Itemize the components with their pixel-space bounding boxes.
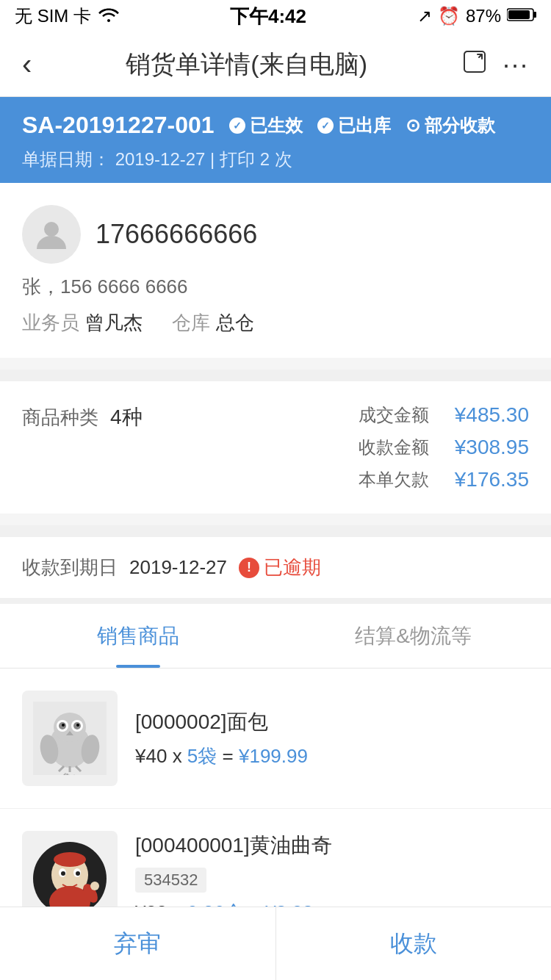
product-image-1: 鲁+: [22, 691, 118, 786]
wifi-icon: [98, 6, 119, 26]
order-date-value: 2019-12-27: [115, 149, 206, 169]
separator-2: [0, 525, 551, 537]
tab-settlement-label: 结算&物流等: [355, 622, 472, 650]
status-right: ↗ ⏰ 87%: [417, 6, 536, 26]
summary-right: 成交金额 ¥485.30 收款金额 ¥308.95 本单欠款 ¥176.35: [359, 403, 529, 491]
abandon-review-label: 弃审: [114, 928, 161, 960]
received-label: 收款金额: [359, 436, 429, 459]
svg-rect-2: [508, 10, 530, 19]
more-icon[interactable]: ···: [503, 49, 529, 80]
date-label: 单据日期：: [22, 149, 110, 169]
product-type-row: 商品种类 4种: [22, 403, 143, 431]
svg-point-4: [44, 222, 59, 237]
collect-payment-label: 收款: [390, 928, 437, 960]
status-badge-active: ✓ 已生效: [229, 114, 303, 137]
avatar: [22, 205, 81, 264]
salesperson-value: 曾凡杰: [85, 310, 143, 336]
svg-point-12: [62, 724, 65, 727]
product-price-1: ¥40 x 5袋 = ¥199.99: [135, 743, 529, 769]
summary-left: 商品种类 4种: [22, 403, 143, 431]
warehouse-item: 仓库 总仓: [172, 310, 254, 336]
status-bar: 无 SIM 卡 下午4:42 ↗ ⏰ 87%: [0, 0, 551, 32]
alarm-icon: ⏰: [438, 6, 460, 26]
received-row: 收款金额 ¥308.95: [359, 436, 529, 459]
warehouse-value: 总仓: [216, 310, 254, 336]
amount-value: ¥485.30: [441, 403, 529, 427]
price-qty-1: 5袋: [187, 745, 217, 767]
location-icon: ↗: [417, 6, 432, 26]
collect-payment-button[interactable]: 收款: [276, 907, 552, 980]
nav-title: 销货单详情(来自电脑): [126, 48, 367, 82]
nav-bar: ‹ 销货单详情(来自电脑) ···: [0, 32, 551, 97]
customer-section: 17666666666 张，156 6666 6666 业务员 曾凡杰 仓库 总…: [0, 183, 551, 358]
status-time: 下午4:42: [230, 4, 306, 29]
battery-icon: [507, 6, 536, 26]
order-date-row: 单据日期： 2019-12-27 | 打印 2 次: [22, 148, 529, 171]
overdue-section: 收款到期日 2019-12-27 ! 已逾期: [0, 537, 551, 604]
product-name-1: [0000002]面包: [135, 708, 529, 736]
status-left: 无 SIM 卡: [15, 4, 119, 28]
debt-label: 本单欠款: [359, 468, 429, 491]
svg-point-30: [90, 882, 99, 890]
check-icon-shipped: ✓: [317, 118, 334, 134]
table-row[interactable]: 鲁+ [0000002]面包 ¥40 x 5袋 = ¥199.99: [0, 669, 551, 809]
bottom-bar: 弃审 收款: [0, 907, 551, 980]
summary-section: 商品种类 4种 成交金额 ¥485.30 收款金额 ¥308.95 本单欠款 ¥…: [0, 381, 551, 514]
status-badge-partial: ⊙ 部分收款: [406, 114, 495, 137]
tab-products[interactable]: 销售商品: [0, 604, 276, 668]
svg-text:鲁+: 鲁+: [62, 772, 76, 775]
svg-point-26: [61, 871, 65, 876]
customer-header: 17666666666: [22, 205, 529, 264]
order-id-text: SA-20191227-001: [22, 112, 215, 139]
overdue-badge: ! 已逾期: [239, 555, 321, 580]
status-badge-shipped: ✓ 已出库: [317, 114, 391, 137]
export-icon[interactable]: [461, 48, 488, 81]
header-banner: SA-20191227-001 ✓ 已生效 ✓ 已出库 ⊙ 部分收款 单据日期：…: [0, 97, 551, 183]
clock-icon: ⊙: [406, 115, 420, 136]
nav-icons: ···: [461, 48, 529, 81]
svg-point-23: [54, 852, 86, 867]
status-active-label: 已生效: [250, 114, 303, 137]
abandon-review-button[interactable]: 弃审: [0, 907, 276, 980]
debt-value: ¥176.35: [441, 468, 529, 491]
svg-point-13: [76, 724, 79, 727]
carrier-text: 无 SIM 卡: [15, 4, 91, 28]
order-id-row: SA-20191227-001 ✓ 已生效 ✓ 已出库 ⊙ 部分收款: [22, 112, 529, 139]
svg-point-27: [76, 871, 80, 876]
amount-label: 成交金额: [359, 403, 429, 427]
product-info-1: [0000002]面包 ¥40 x 5袋 = ¥199.99: [135, 708, 529, 769]
price-total-1: ¥199.99: [239, 745, 308, 767]
customer-phone: 17666666666: [96, 219, 257, 250]
debt-row: 本单欠款 ¥176.35: [359, 468, 529, 491]
separator-1: [0, 370, 551, 381]
product-type-value: 4种: [110, 403, 143, 431]
product-type-label: 商品种类: [22, 405, 98, 430]
print-info: | 打印 2 次: [210, 149, 292, 169]
customer-sub-info: 张，156 6666 6666: [22, 274, 529, 300]
salesperson-label: 业务员: [22, 310, 79, 336]
battery-text: 87%: [466, 6, 501, 26]
overdue-date: 2019-12-27: [129, 556, 227, 579]
overdue-dot-icon: !: [239, 558, 259, 578]
customer-info-row: 业务员 曾凡杰 仓库 总仓: [22, 310, 529, 336]
salesperson-item: 业务员 曾凡杰: [22, 310, 143, 336]
received-value: ¥308.95: [441, 436, 529, 459]
tabs: 销售商品 结算&物流等: [0, 604, 551, 669]
status-partial-label: 部分收款: [425, 114, 495, 137]
check-icon-active: ✓: [229, 118, 245, 134]
overdue-badge-text: 已逾期: [264, 555, 321, 580]
warehouse-label: 仓库: [172, 310, 210, 336]
tab-settlement[interactable]: 结算&物流等: [276, 604, 551, 668]
tab-products-label: 销售商品: [97, 622, 179, 650]
amount-row: 成交金额 ¥485.30: [359, 403, 529, 427]
product-tag-2: 534532: [135, 868, 206, 893]
overdue-label: 收款到期日: [22, 555, 118, 580]
price-eq-1: =: [223, 745, 239, 767]
status-shipped-label: 已出库: [338, 114, 391, 137]
svg-rect-1: [533, 12, 536, 18]
product-name-2: [000400001]黄油曲奇: [135, 832, 529, 860]
back-button[interactable]: ‹: [22, 48, 32, 81]
price-base-1: ¥40: [135, 745, 167, 767]
price-x-1: x: [173, 745, 187, 767]
